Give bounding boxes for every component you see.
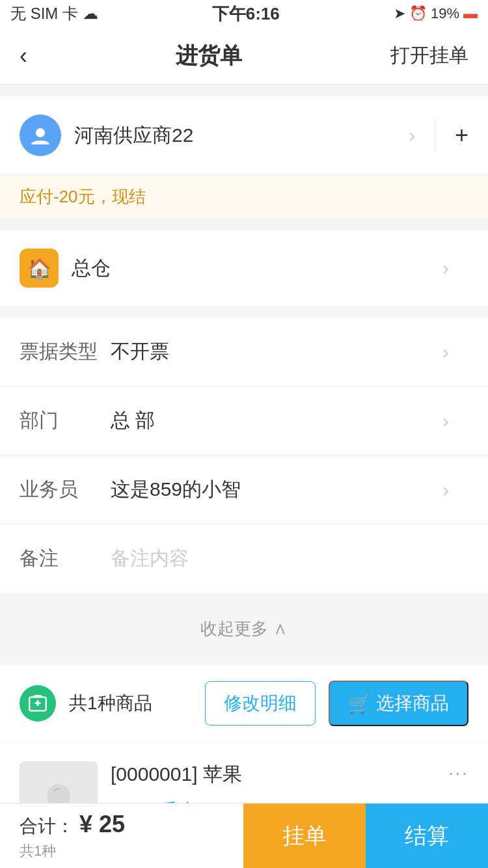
dept-label: 部门 (20, 407, 111, 434)
warehouse-name: 总仓 (72, 255, 442, 282)
supplier-chevron-icon: › (409, 124, 415, 146)
status-time: 下午6:16 (212, 3, 280, 25)
product-code: [0000001] (111, 763, 197, 785)
supplier-avatar (20, 115, 61, 156)
select-product-label: 选择商品 (376, 691, 449, 716)
product-title: 苹果 (203, 763, 242, 785)
warehouse-card[interactable]: 🏠 总仓 › (0, 230, 488, 306)
remark-input[interactable]: 备注内容 (111, 545, 468, 572)
page-title: 进货单 (176, 41, 242, 71)
checkout-button[interactable]: 结算 (366, 804, 488, 869)
supplier-card: 河南供应商22 › + 应付-20元，现结 (0, 96, 488, 219)
invoice-row[interactable]: 票据类型 不开票 › (0, 318, 488, 387)
product-more-button[interactable]: ··· (448, 761, 468, 783)
location-icon: ➤ (394, 5, 405, 22)
footer-count: 共1种 (20, 841, 224, 861)
hang-order-button[interactable]: 挂单 (243, 804, 366, 869)
sim-status: 无 SIM 卡 ☁ (10, 3, 98, 24)
form-card: 票据类型 不开票 › 部门 总 部 › 业务员 这是859的小智 › 备注 备注… (0, 318, 488, 593)
salesperson-label: 业务员 (20, 476, 111, 503)
cart-icon: 🛒 (348, 693, 371, 714)
open-pending-button[interactable]: 打开挂单 (390, 42, 468, 69)
product-count-icon (20, 685, 56, 722)
status-left: 无 SIM 卡 ☁ (10, 3, 98, 24)
dept-row[interactable]: 部门 总 部 › (0, 387, 488, 455)
spacer-2 (0, 653, 488, 665)
dept-value: 总 部 (111, 407, 442, 434)
salesperson-row[interactable]: 业务员 这是859的小智 › (0, 455, 488, 524)
status-bar: 无 SIM 卡 ☁ 下午6:16 ➤ ⏰ 19% ▬ (0, 0, 488, 27)
product-header: 共1种商品 修改明细 🛒 选择商品 (0, 665, 488, 742)
dept-chevron-icon: › (442, 410, 449, 432)
select-product-button[interactable]: 🛒 选择商品 (329, 681, 468, 726)
salesperson-value: 这是859的小智 (111, 476, 442, 503)
remark-label: 备注 (20, 545, 111, 572)
nav-bar: ‹ 进货单 打开挂单 (0, 27, 488, 85)
warehouse-row[interactable]: 🏠 总仓 › (0, 230, 488, 306)
remark-row[interactable]: 备注 备注内容 (0, 524, 488, 593)
total-amount: ¥ 25 (79, 811, 125, 838)
svg-rect-3 (36, 700, 38, 706)
status-right: ➤ ⏰ 19% ▬ (394, 5, 478, 22)
supplier-notice: 应付-20元，现结 (0, 175, 488, 219)
warehouse-icon: 🏠 (20, 249, 59, 288)
invoice-value: 不开票 (111, 338, 442, 365)
warehouse-chevron-icon: › (442, 257, 449, 279)
battery-level: 19% (431, 5, 459, 22)
edit-detail-button[interactable]: 修改明细 (205, 681, 316, 726)
collapse-button[interactable]: 收起更多 ∧ (0, 604, 488, 653)
invoice-label: 票据类型 (20, 338, 111, 365)
product-name: [0000001] 苹果 (111, 761, 435, 788)
battery-icon: ▬ (463, 5, 478, 22)
supplier-name: 河南供应商22 (74, 122, 409, 149)
footer-total: 合计： ¥ 25 共1种 (0, 811, 243, 861)
supplier-row[interactable]: 河南供应商22 › + (0, 96, 488, 175)
supplier-divider (435, 119, 435, 152)
footer: 合计： ¥ 25 共1种 挂单 结算 (0, 803, 488, 868)
invoice-chevron-icon: › (442, 341, 449, 363)
product-count-text: 共1种商品 (69, 691, 192, 716)
back-button[interactable]: ‹ (20, 42, 27, 70)
svg-point-0 (36, 128, 45, 137)
salesperson-chevron-icon: › (442, 479, 449, 501)
total-label: 合计： (20, 814, 74, 839)
alarm-icon: ⏰ (409, 5, 427, 22)
add-supplier-button[interactable]: + (455, 122, 468, 149)
spacer-1 (0, 85, 488, 96)
footer-total-row: 合计： ¥ 25 (20, 811, 224, 839)
